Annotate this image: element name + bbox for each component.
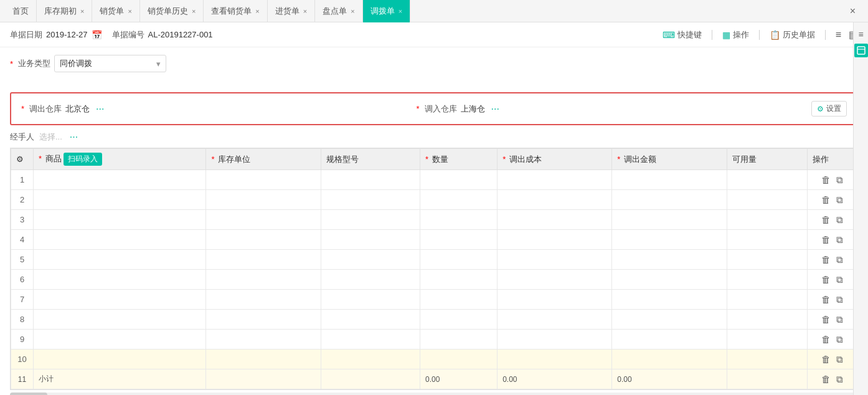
copy-icon-1[interactable]: ⧉ bbox=[836, 174, 843, 185]
in-warehouse-ellipsis[interactable]: ··· bbox=[491, 103, 499, 115]
subtotal-copy-icon[interactable]: ⧉ bbox=[836, 374, 843, 384]
unit-cell-10[interactable] bbox=[206, 350, 321, 369]
amount-cell-8[interactable] bbox=[612, 310, 727, 330]
cost-cell-4[interactable] bbox=[498, 230, 612, 250]
shortcuts-action[interactable]: ⌨ 快捷键 bbox=[663, 29, 702, 40]
product-cell-3[interactable] bbox=[34, 210, 206, 230]
delete-icon-10[interactable]: 🗑 bbox=[821, 354, 831, 364]
tab-sales-order[interactable]: 销货单 × bbox=[92, 0, 139, 22]
handler-ellipsis[interactable]: ··· bbox=[70, 131, 78, 143]
cost-cell-9[interactable] bbox=[498, 330, 612, 350]
spec-cell-2[interactable] bbox=[321, 190, 420, 210]
cost-cell-2[interactable] bbox=[498, 190, 612, 210]
available-cell-9[interactable] bbox=[727, 330, 807, 350]
subtotal-delete-icon[interactable]: 🗑 bbox=[821, 374, 831, 384]
unit-cell-4[interactable] bbox=[206, 230, 321, 250]
tab-view-sales[interactable]: 查看销货单 × bbox=[204, 0, 267, 22]
qty-cell-4[interactable] bbox=[420, 230, 498, 250]
product-cell-2[interactable] bbox=[34, 190, 206, 210]
tab-transfer[interactable]: 调拨单 × bbox=[363, 0, 410, 22]
product-cell-1[interactable] bbox=[34, 170, 206, 190]
copy-icon-4[interactable]: ⧉ bbox=[836, 234, 843, 245]
qty-cell-2[interactable] bbox=[420, 190, 498, 210]
sidebar-expand-icon[interactable] bbox=[854, 44, 868, 57]
layout1-action[interactable]: ≡ bbox=[836, 29, 841, 40]
out-warehouse-ellipsis[interactable]: ··· bbox=[96, 103, 104, 115]
available-cell-4[interactable] bbox=[727, 230, 807, 250]
amount-cell-1[interactable] bbox=[612, 170, 727, 190]
spec-cell-6[interactable] bbox=[321, 270, 420, 290]
spec-cell-10[interactable] bbox=[321, 350, 420, 369]
cost-cell-10[interactable] bbox=[498, 350, 612, 369]
available-cell-5[interactable] bbox=[727, 250, 807, 270]
delete-icon-3[interactable]: 🗑 bbox=[821, 214, 831, 225]
unit-cell-9[interactable] bbox=[206, 330, 321, 350]
copy-icon-9[interactable]: ⧉ bbox=[836, 334, 843, 345]
product-cell-10[interactable] bbox=[34, 350, 206, 369]
cost-cell-5[interactable] bbox=[498, 250, 612, 270]
amount-cell-10[interactable] bbox=[612, 350, 727, 369]
product-cell-9[interactable] bbox=[34, 330, 206, 350]
close-tab-purchase[interactable]: × bbox=[303, 7, 307, 15]
unit-cell-2[interactable] bbox=[206, 190, 321, 210]
product-cell-6[interactable] bbox=[34, 270, 206, 290]
close-tab-transfer[interactable]: × bbox=[399, 7, 402, 15]
delete-icon-7[interactable]: 🗑 bbox=[821, 294, 831, 305]
product-cell-8[interactable] bbox=[34, 310, 206, 330]
settings-button[interactable]: ⚙ 设置 bbox=[811, 101, 847, 117]
product-cell-5[interactable] bbox=[34, 250, 206, 270]
qty-cell-9[interactable] bbox=[420, 330, 498, 350]
close-all-tabs[interactable]: × bbox=[842, 6, 863, 17]
delete-icon-8[interactable]: 🗑 bbox=[821, 314, 831, 325]
delete-icon-5[interactable]: 🗑 bbox=[821, 254, 831, 265]
amount-cell-4[interactable] bbox=[612, 230, 727, 250]
tab-sales-history[interactable]: 销货单历史 × bbox=[140, 0, 204, 22]
copy-icon-6[interactable]: ⧉ bbox=[836, 274, 843, 285]
cost-cell-6[interactable] bbox=[498, 270, 612, 290]
qty-cell-3[interactable] bbox=[420, 210, 498, 230]
qty-cell-6[interactable] bbox=[420, 270, 498, 290]
tab-purchase[interactable]: 进货单 × bbox=[268, 0, 315, 22]
copy-icon-10[interactable]: ⧉ bbox=[836, 354, 843, 364]
amount-cell-6[interactable] bbox=[612, 270, 727, 290]
handler-placeholder[interactable]: 选择... bbox=[39, 131, 62, 143]
spec-cell-7[interactable] bbox=[321, 290, 420, 310]
spec-cell-1[interactable] bbox=[321, 170, 420, 190]
close-tab-sales-order[interactable]: × bbox=[128, 7, 131, 15]
spec-cell-9[interactable] bbox=[321, 330, 420, 350]
spec-cell-3[interactable] bbox=[321, 210, 420, 230]
unit-cell-6[interactable] bbox=[206, 270, 321, 290]
qty-cell-1[interactable] bbox=[420, 170, 498, 190]
unit-cell-3[interactable] bbox=[206, 210, 321, 230]
close-tab-sales-history[interactable]: × bbox=[192, 7, 196, 15]
copy-icon-8[interactable]: ⧉ bbox=[836, 314, 843, 325]
qty-cell-8[interactable] bbox=[420, 310, 498, 330]
available-cell-7[interactable] bbox=[727, 290, 807, 310]
copy-icon-3[interactable]: ⧉ bbox=[836, 214, 843, 225]
product-cell-4[interactable] bbox=[34, 230, 206, 250]
horizontal-scrollbar[interactable] bbox=[10, 393, 858, 395]
spec-cell-5[interactable] bbox=[321, 250, 420, 270]
spec-cell-8[interactable] bbox=[321, 310, 420, 330]
available-cell-10[interactable] bbox=[727, 350, 807, 369]
amount-cell-5[interactable] bbox=[612, 250, 727, 270]
operations-action[interactable]: ▦ 操作 bbox=[722, 29, 749, 40]
delete-icon-2[interactable]: 🗑 bbox=[821, 194, 831, 205]
qty-cell-5[interactable] bbox=[420, 250, 498, 270]
calendar-icon[interactable]: 📅 bbox=[92, 30, 102, 40]
close-tab-inventory-init[interactable]: × bbox=[80, 7, 84, 15]
copy-icon-5[interactable]: ⧉ bbox=[836, 254, 843, 265]
product-cell-7[interactable] bbox=[34, 290, 206, 310]
available-cell-2[interactable] bbox=[727, 190, 807, 210]
available-cell-6[interactable] bbox=[727, 270, 807, 290]
close-tab-inventory-check[interactable]: × bbox=[351, 7, 354, 15]
amount-cell-9[interactable] bbox=[612, 330, 727, 350]
unit-cell-5[interactable] bbox=[206, 250, 321, 270]
amount-cell-7[interactable] bbox=[612, 290, 727, 310]
unit-cell-1[interactable] bbox=[206, 170, 321, 190]
delete-icon-9[interactable]: 🗑 bbox=[821, 334, 831, 345]
history-action[interactable]: 📋 历史单据 bbox=[770, 29, 815, 40]
cost-cell-8[interactable] bbox=[498, 310, 612, 330]
scan-button[interactable]: 扫码录入 bbox=[64, 153, 102, 166]
spec-cell-4[interactable] bbox=[321, 230, 420, 250]
